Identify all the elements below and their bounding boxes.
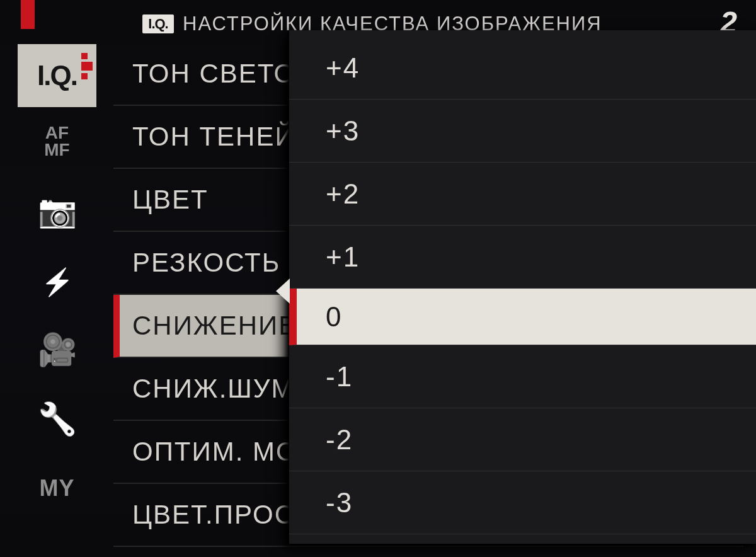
value-option-label: -1 [326, 361, 353, 393]
value-option-label: 0 [326, 301, 342, 333]
tab-afmf-label: AFMF [44, 125, 69, 158]
movie-icon [38, 331, 77, 368]
value-option-label: +2 [326, 178, 360, 210]
value-option-plus3[interactable]: +3 [289, 100, 756, 163]
tab-camera[interactable] [18, 176, 96, 246]
value-option-label: -3 [326, 487, 353, 519]
tab-afmf[interactable]: AFMF [18, 107, 96, 176]
value-option-minus3[interactable]: -3 [289, 471, 756, 534]
header-iq-badge: I.Q. [142, 14, 174, 33]
menu-item-label: РЕЗКОСТЬ [132, 248, 280, 278]
tab-iq-dots-icon [81, 53, 93, 79]
menu-item-label: ЦВЕТ [132, 185, 209, 215]
value-popup-list: +4 +3 +2 +1 0 -1 -2 -3 [289, 37, 756, 534]
sidebar: I.Q. AFMF MY [18, 44, 96, 548]
tab-setup[interactable] [18, 384, 96, 454]
tab-flash[interactable] [18, 246, 96, 315]
value-option-plus2[interactable]: +2 [289, 163, 756, 226]
camera-icon [38, 193, 77, 229]
value-option-zero[interactable]: 0 [289, 289, 756, 345]
menu-item-label: ТОН ТЕНЕЙ [132, 122, 295, 152]
popup-left-arrow-icon [276, 278, 290, 304]
value-option-plus4[interactable]: +4 [289, 37, 756, 100]
value-option-label: +3 [326, 115, 360, 147]
value-popup: +4 +3 +2 +1 0 -1 -2 -3 [289, 30, 756, 544]
flash-icon [41, 262, 74, 299]
tab-my-label: MY [40, 475, 75, 502]
value-option-label: +4 [326, 52, 360, 84]
value-option-label: +1 [326, 241, 360, 273]
tab-iq-label: I.Q. [37, 60, 77, 91]
value-option-minus2[interactable]: -2 [289, 408, 756, 471]
value-option-plus1[interactable]: +1 [289, 226, 756, 289]
tab-my[interactable]: MY [18, 454, 96, 523]
menu-item-label: ТОН СВЕТОВ [132, 59, 314, 89]
wrench-icon [38, 401, 77, 437]
value-option-label: -2 [326, 424, 353, 456]
value-option-minus1[interactable]: -1 [289, 345, 756, 408]
tab-iq[interactable]: I.Q. [18, 44, 96, 107]
tab-movie[interactable] [18, 315, 96, 384]
